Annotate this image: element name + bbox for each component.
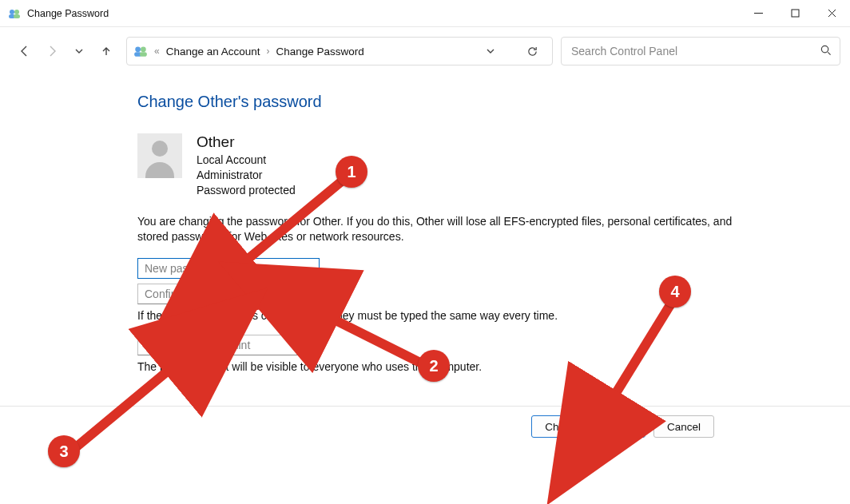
warning-text: You are changing the password for Other.… — [137, 214, 745, 244]
breadcrumb-item-change-password[interactable]: Change Password — [276, 46, 364, 58]
window-title: Change Password — [27, 8, 109, 19]
annotation-bubble-4: 4 — [659, 276, 691, 308]
account-summary: Other Local Account Administrator Passwo… — [137, 133, 745, 198]
avatar — [137, 133, 182, 178]
titlebar: Change Password — [0, 0, 850, 27]
svg-rect-3 — [14, 14, 20, 18]
account-type: Local Account — [197, 153, 296, 168]
users-app-icon — [8, 7, 21, 20]
search-box[interactable] — [561, 37, 840, 65]
svg-point-0 — [10, 10, 14, 14]
svg-rect-8 — [140, 52, 147, 57]
account-protection: Password protected — [197, 183, 296, 198]
password-hint-field[interactable] — [137, 335, 320, 355]
search-input[interactable] — [570, 44, 820, 58]
confirm-password-input[interactable] — [143, 287, 314, 301]
breadcrumb[interactable]: « Change an Account › Change Password — [126, 37, 553, 65]
maximize-button[interactable] — [777, 0, 813, 27]
search-icon[interactable] — [820, 44, 832, 59]
refresh-button[interactable] — [518, 38, 546, 65]
caps-lock-note: If the password contains capital letters… — [137, 309, 745, 322]
svg-line-12 — [76, 361, 180, 447]
password-hint-input[interactable] — [143, 338, 314, 352]
nav-back-button[interactable] — [11, 35, 38, 67]
new-password-field[interactable] — [137, 258, 320, 279]
cancel-button[interactable]: Cancel — [653, 415, 714, 438]
confirm-password-field[interactable] — [137, 284, 320, 304]
annotation-bubble-2: 2 — [418, 350, 450, 382]
svg-point-9 — [821, 46, 828, 52]
content-area: Change Other's password Other Local Acco… — [0, 75, 850, 373]
footer-buttons: Change password Cancel — [531, 415, 714, 438]
annotation-bubble-3: 3 — [48, 435, 80, 467]
nav-up-button[interactable] — [93, 35, 120, 67]
minimize-button[interactable] — [740, 0, 777, 27]
annotation-bubble-1: 1 — [336, 156, 367, 188]
svg-point-1 — [14, 10, 19, 14]
toolbar: « Change an Account › Change Password — [0, 27, 850, 75]
svg-rect-4 — [792, 10, 799, 17]
close-button[interactable] — [813, 0, 850, 27]
account-role: Administrator — [197, 168, 296, 183]
breadcrumb-item-change-account[interactable]: Change an Account — [166, 46, 260, 58]
change-password-button[interactable]: Change password — [531, 415, 645, 438]
account-name: Other — [197, 133, 296, 151]
footer-separator — [0, 406, 850, 407]
nav-forward-button[interactable] — [38, 35, 66, 67]
new-password-input[interactable] — [143, 261, 314, 276]
breadcrumb-dropdown-button[interactable] — [477, 38, 504, 65]
page-title: Change Other's password — [137, 93, 745, 111]
breadcrumb-overflow-icon[interactable]: « — [154, 46, 160, 57]
svg-point-5 — [135, 46, 141, 52]
nav-recent-dropdown[interactable] — [66, 35, 93, 67]
chevron-right-icon: › — [267, 46, 270, 57]
users-breadcrumb-icon — [133, 44, 148, 58]
svg-point-6 — [141, 46, 146, 52]
